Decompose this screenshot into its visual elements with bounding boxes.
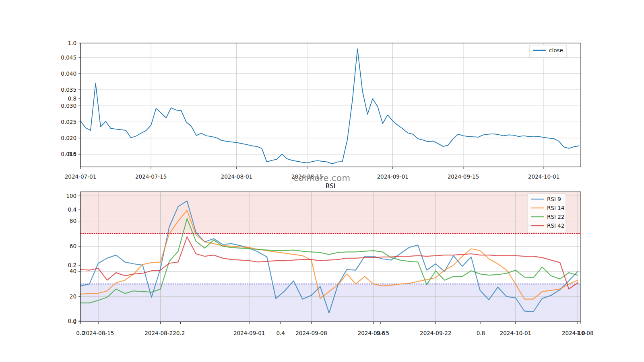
rsi-chart: 2024-08-152024-08-222024-09-012024-09-08… [66,192,593,336]
rsi-chart-overbought-band [80,192,581,234]
price-chart-spines [80,43,581,167]
y-tick-label: 80 [70,218,76,224]
hidden-y-tick-label: 0.0 [68,318,76,324]
hidden-x-tick-label: 0.6 [376,330,385,336]
hidden-y-tick-label: 0.4 [68,206,76,213]
rsi-chart-oversold-band [80,284,581,322]
legend-label: RSI 42 [547,222,564,229]
hidden-x-tick-label: 0.0 [76,330,85,336]
rsi-chart-legend: RSI 9RSI 14RSI 22RSI 42 [527,194,566,233]
legend-label: RSI 22 [547,214,564,220]
x-tick-label: 2024-09-01 [233,330,265,336]
coinlore-watermark: coinlore.com [294,173,351,183]
legend-label: close [549,47,563,53]
hidden-y-tick-label: 1.0 [68,40,76,46]
y-tick-label: 0.030 [61,103,76,109]
x-tick-label: 2024-07-15 [135,173,167,180]
hidden-x-tick-label: 0.8 [477,330,485,336]
y-tick-label: 40 [70,268,76,274]
rsi-42-line [80,237,578,289]
y-tick-label: 60 [70,243,76,249]
x-tick-label: 2024-07-01 [65,173,96,180]
hidden-x-tick-label: 0.4 [276,330,285,336]
x-tick-label: 2024-10-01 [500,330,531,336]
price-chart-legend: close [529,45,567,58]
legend-label: RSI 9 [547,196,561,202]
x-tick-label: 2024-09-15 [448,173,479,180]
price-chart: 2024-07-012024-07-152024-08-012024-08-15… [61,43,581,180]
page: { "page": { "background": "#ffffff", "wa… [0,0,644,362]
y-tick-label: 0.025 [61,119,76,125]
hidden-y-tick-label: 0.6 [68,151,76,157]
x-tick-label: 2024-09-22 [420,330,451,336]
x-tick-label: 2024-08-15 [83,330,114,336]
y-tick-label: 0.040 [61,70,76,77]
hidden-x-tick-label: 1.0 [576,330,585,336]
x-tick-label: 2024-08-22 [144,330,176,336]
legend-label: RSI 14 [547,205,564,211]
x-tick-label: 2024-10-01 [528,173,559,180]
y-tick-label: 100 [66,193,76,199]
y-tick-label: 20 [70,293,76,300]
y-tick-label: 0.035 [61,86,76,93]
close-line [80,49,579,164]
rsi-chart-title: RSI [326,183,335,190]
y-tick-label: 0.020 [61,135,76,141]
x-tick-label: 2024-08-01 [221,173,252,180]
x-tick-label: 2024-09-08 [295,330,327,336]
y-tick-label: 0.045 [61,54,76,61]
x-tick-label: 2024-09-01 [377,173,408,180]
hidden-y-tick-label: 0.2 [68,262,76,268]
hidden-x-tick-label: 0.2 [176,330,185,336]
hidden-y-tick-label: 0.8 [68,95,76,102]
